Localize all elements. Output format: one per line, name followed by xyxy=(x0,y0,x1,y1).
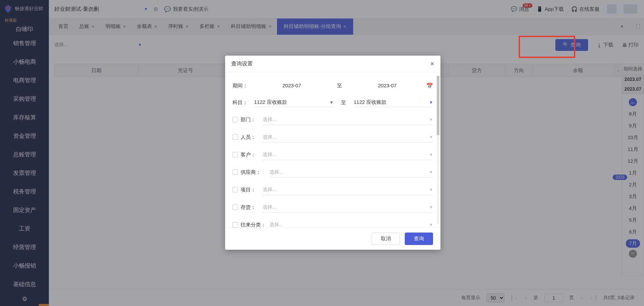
person-select[interactable]: 选择...▼ xyxy=(263,132,433,143)
filter-project: 项目： 选择...▼ xyxy=(233,181,433,198)
checkbox-inventory[interactable] xyxy=(233,205,238,210)
chevron-down-icon: ▼ xyxy=(429,135,433,140)
subject-label: 科目： xyxy=(233,99,254,106)
filter-label: 项目： xyxy=(241,187,263,193)
filter-label: 人员： xyxy=(241,134,263,141)
placeholder: 选择... xyxy=(263,117,276,123)
filter-person: 人员： 选择...▼ xyxy=(233,128,433,146)
chevron-down-icon: ▼ xyxy=(429,187,433,192)
modal-scrollbar[interactable] xyxy=(437,76,439,224)
inventory-select[interactable]: 选择...▼ xyxy=(263,202,433,213)
placeholder: 选择... xyxy=(263,152,276,158)
subject-row: 科目： 1122 应收账款 ▼ 至 1122 应收账款 ▼ xyxy=(233,94,433,111)
customer-select[interactable]: 选择...▼ xyxy=(263,150,433,160)
project-select[interactable]: 选择...▼ xyxy=(263,185,433,195)
checkbox-category[interactable] xyxy=(233,222,238,227)
filter-label: 往来分类： xyxy=(241,222,270,228)
filter-inventory: 存货： 选择...▼ xyxy=(233,198,433,216)
category-select[interactable]: 选择...▼ xyxy=(270,220,433,228)
modal-body: 期间： 2023-07 至 2023-07 📅 科目： 1122 应收账款 ▼ … xyxy=(225,72,440,227)
checkbox-customer[interactable] xyxy=(233,152,238,157)
subject-from-value: 1122 应收账款 xyxy=(254,99,287,105)
cancel-button[interactable]: 取消 xyxy=(372,233,400,245)
query-settings-modal: 查询设置 ✕ 期间： 2023-07 至 2023-07 📅 科目： 1122 … xyxy=(225,56,440,250)
chevron-down-icon: ▼ xyxy=(429,170,433,175)
supplier-select[interactable]: 选择...▼ xyxy=(270,167,433,178)
subject-sep: 至 xyxy=(334,99,354,106)
chevron-down-icon: ▼ xyxy=(429,100,433,105)
checkbox-dept[interactable] xyxy=(233,117,238,122)
period-from-input[interactable]: 2023-07 xyxy=(254,81,330,90)
ok-button[interactable]: 查询 xyxy=(405,233,433,245)
filter-category: 往来分类： 选择...▼ xyxy=(233,216,433,227)
checkbox-project[interactable] xyxy=(233,187,238,192)
checkbox-person[interactable] xyxy=(233,134,238,140)
filter-label: 供应商： xyxy=(241,169,270,176)
modal-header: 查询设置 ✕ xyxy=(225,56,440,72)
filter-label: 存货： xyxy=(241,204,263,211)
filter-supplier: 供应商： 选择...▼ xyxy=(233,163,433,181)
modal-close-icon[interactable]: ✕ xyxy=(430,61,434,67)
period-row: 期间： 2023-07 至 2023-07 📅 xyxy=(233,77,433,94)
filter-label: 客户： xyxy=(241,152,263,158)
placeholder: 选择... xyxy=(263,187,276,193)
placeholder: 选择... xyxy=(270,169,283,175)
subject-to-select[interactable]: 1122 应收账款 ▼ xyxy=(354,98,433,107)
dept-select[interactable]: 选择...▼ xyxy=(263,115,433,125)
filter-customer: 客户： 选择...▼ xyxy=(233,146,433,163)
chevron-down-icon: ▼ xyxy=(429,152,433,157)
checkbox-supplier[interactable] xyxy=(233,170,238,175)
modal-title: 查询设置 xyxy=(231,60,253,67)
subject-from-select[interactable]: 1122 应收账款 ▼ xyxy=(254,98,334,107)
period-sep: 至 xyxy=(330,83,350,89)
period-label: 期间： xyxy=(233,83,254,89)
filter-label: 部门： xyxy=(241,117,263,123)
period-to-input[interactable]: 2023-07 xyxy=(350,81,425,90)
calendar-icon[interactable]: 📅 xyxy=(426,83,433,89)
chevron-down-icon: ▼ xyxy=(429,222,433,227)
placeholder: 选择... xyxy=(263,134,276,140)
subject-to-value: 1122 应收账款 xyxy=(354,99,387,105)
modal-footer: 取消 查询 xyxy=(225,227,440,250)
filter-dept: 部门： 选择...▼ xyxy=(233,111,433,128)
placeholder: 选择... xyxy=(263,204,276,210)
scrollbar-thumb[interactable] xyxy=(437,76,439,135)
placeholder: 选择... xyxy=(270,222,283,228)
chevron-down-icon: ▼ xyxy=(429,117,433,122)
chevron-down-icon: ▼ xyxy=(429,205,433,210)
chevron-down-icon: ▼ xyxy=(330,100,334,105)
